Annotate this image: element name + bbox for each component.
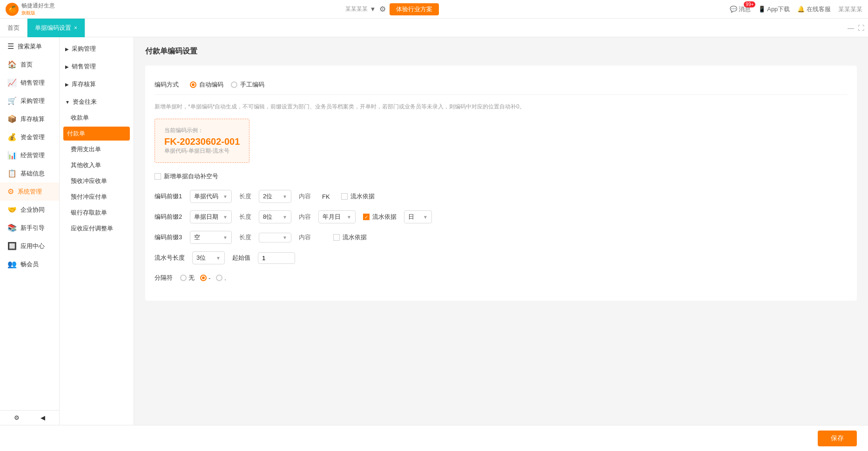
sec-group-inventory: ▶ 库存核算 xyxy=(60,76,134,92)
sec-item-prepay-receivable[interactable]: 预收冲应收单 xyxy=(60,173,134,189)
prefix1-select[interactable]: 单据代码 ▼ xyxy=(190,190,232,203)
purchase-icon: 🛒 xyxy=(7,96,17,105)
serial-row: 流水号长度 3位 ▼ 起始值 xyxy=(155,251,848,264)
logo-icon: 🍊 xyxy=(6,3,19,16)
sidebar-item-inventory[interactable]: 📦 库存核算 xyxy=(0,110,59,128)
save-button[interactable]: 保存 xyxy=(818,431,857,446)
auto-encode-radio[interactable] xyxy=(190,81,196,88)
preview-box: 当前编码示例： FK-20230602-001 单据代码-单据日期-流水号 xyxy=(155,119,249,163)
prefix1-row: 编码前缀1 单据代码 ▼ 长度 2位 ▼ 内容 FK 流水依据 xyxy=(155,190,848,203)
sidebar-item-enterprise[interactable]: 🤝 企业协同 xyxy=(0,201,59,219)
sidebar-item-sales[interactable]: 📈 销售管理 xyxy=(0,74,59,92)
fullscreen-icon[interactable]: ⛶ xyxy=(858,24,864,32)
prefix1-waterflow-checkbox[interactable] xyxy=(341,193,348,200)
secondary-sidebar: ▶ 采购管理 ▶ 销售管理 ▶ 库存核算 ▼ 资金往来 收款单 付款单 费用支出… xyxy=(60,37,134,425)
sec-group-purchase: ▶ 采购管理 xyxy=(60,41,134,57)
messages-button[interactable]: 💬 消息 99+ xyxy=(730,5,751,13)
topbar-center: 某某某某 ▼ ⚙ 体验行业方案 xyxy=(345,3,439,15)
online-service-button[interactable]: 🔔 在线客服 xyxy=(797,5,831,13)
sep-dash-radio[interactable] xyxy=(200,275,207,281)
tab-encode-settings[interactable]: 单据编码设置 × xyxy=(27,19,85,37)
serial-start-label: 起始值 xyxy=(232,254,250,262)
capital-group-arrow-icon: ▼ xyxy=(65,100,70,105)
prefix2-length-select[interactable]: 8位 ▼ xyxy=(259,210,291,223)
tab-close-icon[interactable]: × xyxy=(74,25,77,31)
sales-icon: 📈 xyxy=(7,78,17,87)
sec-item-prepay-payable[interactable]: 预付冲应付单 xyxy=(60,189,134,205)
manual-encode-option[interactable]: 手工编码 xyxy=(231,81,264,89)
topbar: 🍊 畅捷通好生意 旗舰版 某某某某 ▼ ⚙ 体验行业方案 💬 消息 99+ 📱 … xyxy=(0,0,868,19)
prefix3-length-select[interactable]: ▼ xyxy=(259,233,291,242)
minimize-icon[interactable]: — xyxy=(848,24,854,32)
sidebar-item-guide[interactable]: 📚 新手引导 xyxy=(0,219,59,237)
prefix1-length-label: 长度 xyxy=(239,192,251,201)
tab-home[interactable]: 首页 xyxy=(0,19,27,37)
sec-item-other-income[interactable]: 其他收入单 xyxy=(60,157,134,173)
prefix2-select[interactable]: 单据日期 ▼ xyxy=(190,210,232,223)
prefix1-content-value: FK xyxy=(318,191,334,202)
sec-group-purchase-header[interactable]: ▶ 采购管理 xyxy=(60,41,134,57)
prefix3-select[interactable]: 空 ▼ xyxy=(190,231,232,244)
prefix2-waterflow-checkbox[interactable]: ✓ xyxy=(363,214,370,220)
prefix2-content-label: 内容 xyxy=(299,213,311,221)
sidebar-item-operations[interactable]: 📊 经营管理 xyxy=(0,146,59,164)
manual-encode-radio[interactable] xyxy=(231,81,237,88)
sec-item-expense[interactable]: 费用支出单 xyxy=(60,141,134,157)
search-menu-icon: ☰ xyxy=(7,42,14,51)
prefix1-waterflow-row: 流水依据 xyxy=(341,192,375,201)
sep-dot-option[interactable]: . xyxy=(216,275,226,282)
user-info[interactable]: 某某某某 xyxy=(838,5,862,13)
sidebar-item-home[interactable]: 🏠 首页 xyxy=(0,55,59,74)
basic-icon: 📋 xyxy=(7,169,17,178)
sidebar-item-purchase[interactable]: 🛒 采购管理 xyxy=(0,92,59,110)
auto-encode-option[interactable]: 自动编码 xyxy=(190,81,223,89)
sidebar-settings-icon[interactable]: ⚙ xyxy=(14,414,20,421)
sidebar-item-member[interactable]: 👥 畅会员 xyxy=(0,255,59,273)
serial-start-input[interactable] xyxy=(258,252,295,264)
sec-item-receipt[interactable]: 收款单 xyxy=(60,110,134,126)
prefix3-waterflow-checkbox[interactable] xyxy=(333,234,340,241)
sep-none-radio[interactable] xyxy=(180,275,187,281)
sidebar-item-system[interactable]: ⚙ 系统管理 xyxy=(0,182,59,201)
home-icon: 🏠 xyxy=(7,60,17,69)
main-layout: ☰ 搜索菜单 🏠 首页 📈 销售管理 🛒 采购管理 📦 库存核算 💰 资金管理 … xyxy=(0,37,868,425)
prefix3-length-arrow: ▼ xyxy=(283,235,287,240)
sidebar-item-apps[interactable]: 🔲 应用中心 xyxy=(0,237,59,255)
prefix2-label: 编码前缀2 xyxy=(155,213,182,221)
sidebar-item-basic[interactable]: 📋 基础信息 xyxy=(0,164,59,182)
settings-icon[interactable]: ⚙ xyxy=(379,5,386,13)
sidebar-item-finance[interactable]: 💰 资金管理 xyxy=(0,128,59,146)
sec-group-capital-header[interactable]: ▼ 资金往来 xyxy=(60,94,134,110)
prefix3-content-value xyxy=(318,236,326,239)
encode-method-label: 编码方式 xyxy=(155,81,179,89)
prefix1-length-select[interactable]: 2位 ▼ xyxy=(259,190,291,203)
sec-group-sales: ▶ 销售管理 xyxy=(60,59,134,74)
logo-text: 畅捷通好生意 旗舰版 xyxy=(21,2,55,16)
sep-none-option[interactable]: 无 xyxy=(180,274,195,282)
logo: 🍊 畅捷通好生意 旗舰版 xyxy=(6,2,55,16)
sidebar-item-search[interactable]: ☰ 搜索菜单 xyxy=(0,37,59,55)
auto-fill-checkbox[interactable] xyxy=(155,173,161,180)
serial-length-select[interactable]: 3位 ▼ xyxy=(192,251,225,264)
prefix2-waterflow-row: ✓ 流水依据 xyxy=(363,213,397,221)
auto-fill-label: 新增单据自动补空号 xyxy=(164,172,218,181)
trial-button[interactable]: 体验行业方案 xyxy=(390,3,439,15)
prefix2-period-select[interactable]: 日 ▼ xyxy=(404,210,432,223)
prefix3-content-label: 内容 xyxy=(299,233,311,242)
topbar-dropdown[interactable]: 某某某某 ▼ xyxy=(345,5,376,13)
sec-group-inventory-header[interactable]: ▶ 库存核算 xyxy=(60,76,134,92)
member-icon: 👥 xyxy=(7,260,17,269)
sec-item-bank-deposit[interactable]: 银行存取款单 xyxy=(60,205,134,221)
prefix2-content-select[interactable]: 年月日 ▼ xyxy=(318,210,356,223)
sidebar-collapse-icon[interactable]: ◀ xyxy=(40,414,45,421)
sec-item-receivable-adj[interactable]: 应收应付调整单 xyxy=(60,221,134,236)
sec-item-payment[interactable]: 付款单 xyxy=(63,127,130,141)
prefix3-row: 编码前缀3 空 ▼ 长度 ▼ 内容 流水依据 xyxy=(155,231,848,244)
app-icon: 📱 xyxy=(758,6,766,13)
sep-dot-radio[interactable] xyxy=(216,275,222,281)
app-download-button[interactable]: 📱 App下载 xyxy=(758,5,790,13)
separator-label: 分隔符 xyxy=(155,274,173,282)
sec-group-sales-header[interactable]: ▶ 销售管理 xyxy=(60,59,134,74)
prefix2-length-arrow: ▼ xyxy=(283,215,287,220)
sep-dash-option[interactable]: - xyxy=(200,275,210,282)
